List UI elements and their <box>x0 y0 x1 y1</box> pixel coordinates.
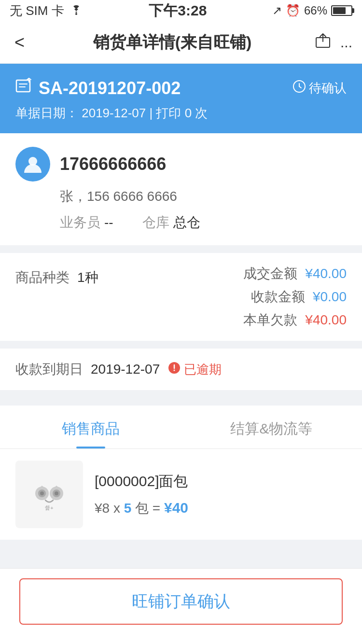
order-status: 待确认 <box>292 80 347 97</box>
product-info: [0000002]面包 ¥8 x 5 包 = ¥40 <box>95 472 347 518</box>
overdue-text: 已逾期 <box>184 361 222 378</box>
summary-right: 成交金额 ¥40.00 收款金额 ¥0.00 本单欠款 ¥40.00 <box>243 265 347 329</box>
owed-value: ¥40.00 <box>305 312 347 328</box>
back-button[interactable]: < <box>10 28 29 57</box>
confirm-order-button[interactable]: 旺铺订单确认 <box>19 578 343 625</box>
customer-info-card: 17666666666 张，156 6666 6666 业务员 -- 仓库 总仓 <box>0 133 362 245</box>
overdue-badge: 已逾期 <box>167 361 222 378</box>
location-icon: ↗ <box>272 4 282 17</box>
owed-label: 本单欠款 <box>243 311 297 329</box>
unit-price: ¥8 <box>95 501 110 516</box>
divider <box>0 398 362 406</box>
carrier-label: 无 SIM 卡 <box>10 2 64 19</box>
page-title: 销货单详情(来自旺铺) <box>93 31 252 54</box>
warehouse-value: 总仓 <box>173 213 200 232</box>
warning-icon <box>167 361 181 378</box>
product-total: ¥40 <box>164 500 188 516</box>
summary-card: 商品种类 1种 成交金额 ¥40.00 收款金额 ¥0.00 本单欠款 ¥40.… <box>0 253 362 341</box>
quantity: 5 <box>124 501 132 516</box>
salesman-label: 业务员 <box>60 213 100 232</box>
transaction-row: 成交金额 ¥40.00 <box>243 265 347 283</box>
warehouse-label: 仓库 <box>142 213 169 232</box>
unit: 包 <box>135 501 149 516</box>
status-text: 待确认 <box>309 80 347 97</box>
status-bar: 无 SIM 卡 下午3:28 ↗ ⏰ 66% <box>0 0 362 21</box>
summary-left: 商品种类 1种 <box>15 265 98 287</box>
received-label: 收款金额 <box>251 288 305 306</box>
order-header-card: SA-20191207-002 待确认 单据日期： 2019-12-07 | 打… <box>0 64 362 133</box>
product-price-row: ¥8 x 5 包 = ¥40 <box>95 499 347 518</box>
order-id-row: SA-20191207-002 待确认 <box>15 77 347 99</box>
battery-icon <box>331 5 352 16</box>
order-date: 单据日期： 2019-12-07 | 打印 0 次 <box>15 105 347 122</box>
owed-row: 本单欠款 ¥40.00 <box>243 311 347 329</box>
svg-point-6 <box>174 369 175 371</box>
product-name: [0000002]面包 <box>95 472 347 491</box>
salesman-value: -- <box>104 215 113 230</box>
svg-text:督+: 督+ <box>45 505 53 511</box>
customer-phone: 17666666666 <box>60 154 166 174</box>
due-date-value: 2019-12-07 <box>91 362 160 377</box>
share-button[interactable] <box>315 33 331 52</box>
svg-point-12 <box>55 491 58 495</box>
svg-point-0 <box>75 13 77 15</box>
svg-point-11 <box>40 491 44 495</box>
category-value: 1种 <box>77 268 98 287</box>
category-label: 商品种类 <box>15 268 70 287</box>
salesman-item: 业务员 -- <box>60 213 113 232</box>
status-bar-left: 无 SIM 卡 <box>10 2 84 19</box>
product-card: 督+ [0000002]面包 ¥8 x 5 包 = ¥40 <box>0 449 362 540</box>
bottom-bar: 旺铺订单确认 <box>0 568 362 644</box>
wifi-icon <box>69 3 84 18</box>
tab-sales-goods[interactable]: 销售商品 <box>0 406 181 448</box>
due-label: 收款到期日 <box>15 360 83 378</box>
product-image: 督+ <box>15 461 83 528</box>
customer-row: 17666666666 <box>15 147 347 182</box>
order-id-text: SA-20191207-002 <box>39 78 181 98</box>
alarm-icon: ⏰ <box>286 4 300 17</box>
status-bar-time: 下午3:28 <box>149 1 207 21</box>
customer-meta: 业务员 -- 仓库 总仓 <box>60 213 347 232</box>
customer-detail: 张，156 6666 6666 <box>60 187 347 206</box>
warehouse-item: 仓库 总仓 <box>142 213 200 232</box>
tab-settlement[interactable]: 结算&物流等 <box>181 406 362 448</box>
due-date-card: 收款到期日 2019-12-07 已逾期 <box>0 349 362 390</box>
avatar <box>15 147 50 182</box>
more-button[interactable]: ... <box>340 34 352 51</box>
battery-label: 66% <box>304 4 327 17</box>
transaction-label: 成交金额 <box>243 265 297 283</box>
svg-rect-2 <box>16 80 30 92</box>
nav-actions: ... <box>315 33 352 52</box>
status-bar-right: ↗ ⏰ 66% <box>272 4 352 17</box>
clock-icon <box>292 80 306 97</box>
nav-bar: < 销货单详情(来自旺铺) ... <box>0 21 362 64</box>
tabs-container: 销售商品 结算&物流等 <box>0 406 362 449</box>
order-id: SA-20191207-002 <box>15 77 181 99</box>
order-icon <box>15 77 33 99</box>
received-value: ¥0.00 <box>313 289 347 305</box>
received-row: 收款金额 ¥0.00 <box>251 288 347 306</box>
transaction-value: ¥40.00 <box>305 266 347 281</box>
